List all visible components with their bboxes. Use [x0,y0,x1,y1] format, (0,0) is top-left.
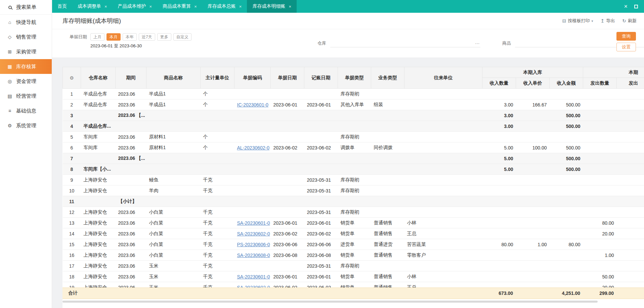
cell-qty_in: 3.00 [482,99,516,110]
cell-warehouse: 半成品仓库... [81,121,116,132]
table-row[interactable]: 72023.06 【...5.00500.00 [63,153,644,164]
close-icon[interactable]: × [624,3,628,9]
sidebar-item-label: 采购管理 [16,49,36,55]
warehouse-input[interactable] [330,40,474,47]
fullscreen-icon[interactable] [634,5,638,8]
col-header-product: 商品名称 [146,67,201,89]
table-row[interactable]: 10上海静安仓羊肉千克2023-05-31库存期初 [63,185,644,196]
cell-warehouse: 半成品仓库 [81,89,116,99]
sidebar-item-basic-info[interactable]: ≡ 基础信息 [0,103,52,118]
chip-this-month[interactable]: 本月 [106,33,121,41]
cell-doc_code: SA-20230601-0 [234,271,271,282]
cell-price_in [516,196,550,207]
doc-code-link[interactable]: SA-20230608-0 [237,253,270,258]
col-header-doc_date: 单据日期 [271,67,304,89]
tab-cost-recalculation[interactable]: 商品成本重算 × [157,0,202,13]
scrollbar-thumb[interactable] [62,301,598,303]
cell-price_out [617,121,644,132]
chip-this-year[interactable]: 本年 [123,33,137,41]
chip-custom[interactable]: 自定义 [173,33,191,41]
sidebar-search[interactable]: 搜索菜单 [0,0,52,15]
tab-close-icon[interactable]: × [104,4,107,9]
table-row[interactable]: 32023.06 【...3.00500.00 [63,110,644,121]
cell-period: 2023.06 [116,228,146,239]
table-row[interactable]: 13上海静安仓2023.06小白菜千克SA-20230601-02023-06-… [63,218,644,228]
sidebar-item-purchase[interactable]: ⊞ 采购管理 [0,44,52,59]
table-row[interactable]: 15上海静安仓2023.06小白菜千克PS-20230606-02023-06-… [63,239,644,250]
table-row[interactable]: 11【小计】 [63,196,644,207]
doc-code-link[interactable]: PS-20230606-0 [237,242,270,247]
warehouse-lookup-icon[interactable]: ⋯ [474,41,480,46]
cell-partner: 王总 [404,228,482,239]
cell-price_out [617,271,644,282]
cell-doc_date: 2023-06-02 [271,142,304,153]
cell-period [116,164,146,175]
sidebar-item-system[interactable]: ⚙ 系统管理 [0,118,52,133]
doc-code-link[interactable]: SA-20230601-0 [237,220,270,226]
doc-code-link[interactable]: SA-20230602-0 [237,285,270,288]
cell-period: 2023.06 [116,218,146,228]
tab-cost-adjustment[interactable]: 成本调整单 × [72,0,113,13]
sidebar-item-funds[interactable]: ◎ 资金管理 [0,74,52,89]
tab-close-icon[interactable]: × [149,4,152,9]
table-row[interactable]: 8车间库【小...5.00500.00 [63,164,644,175]
refresh-button[interactable]: ↻ 刷新 [622,18,637,24]
chip-more[interactable]: 更多 [157,33,171,41]
cell-doc_type: 销货单 [338,271,371,282]
table-row[interactable]: 1半成品仓库2023.06半成品1个库存期初 [63,89,644,99]
table-row[interactable]: 5车间库2023.06原材料1个库存期初 [63,132,644,142]
table-row[interactable]: 9上海静安仓鳗鱼千克2023-05-31库存期初 [63,175,644,185]
tab-inventory-cost-detail[interactable]: 库存成本明细账 × [247,0,297,13]
query-button[interactable]: 查询 [616,32,636,41]
cell-product: 玉米 [146,271,201,282]
cell-book_date: 2023-06-02 [304,228,338,239]
cell-qty_in [482,282,516,288]
table-row[interactable]: 4半成品仓库...3.00500.00 [63,121,644,132]
col-header-num: ⚙ [63,67,81,89]
sidebar-item-quick-nav[interactable]: ⌂ 快捷导航 [0,15,52,30]
table-row[interactable]: 12上海静安仓2023.06小白菜千克2023-05-31库存期初 [63,207,644,218]
cell-num: 5 [63,132,81,142]
tag-icon: ◇ [7,34,13,40]
tab-home[interactable]: 首页 [52,0,72,13]
cell-price_in [516,89,550,99]
doc-code-link[interactable]: AL-20230602-0 [237,145,270,150]
tab-close-icon[interactable]: × [239,4,242,9]
tab-product-cost-maintenance[interactable]: 产品成本维护 × [113,0,158,13]
cell-doc_type [338,121,371,132]
cell-amount_in [550,250,583,261]
table-row[interactable]: 17上海静安仓2023.06玉米千克2023-05-31库存期初 [63,261,644,271]
tab-close-icon[interactable]: × [194,4,197,9]
cell-doc_code [234,164,271,175]
doc-code-link[interactable]: IC-20230601-0 [237,102,268,107]
table-row[interactable]: 6车间库2023.06原材料1个AL-20230602-02023-06-022… [63,142,644,153]
cell-price_in [516,175,550,185]
chip-last-month[interactable]: 上月 [90,33,104,41]
cell-price_in [516,250,550,261]
summary-table: 合计673.004,251.00299.00 [62,288,644,299]
sidebar-item-operations[interactable]: ▤ 经营管理 [0,89,52,103]
sidebar-item-sales[interactable]: ◇ 销售管理 [0,30,52,44]
settings-button[interactable]: 设置 [616,43,636,51]
tab-close-icon[interactable]: × [289,4,291,9]
doc-code-link[interactable]: SA-20230602-0 [237,231,270,236]
table-row[interactable]: 19上海静安仓2023.06玉米千克SA-20230602-02023-06-0… [63,282,644,288]
print-by-template-button[interactable]: ⊟ 按模板打印 ▾ [562,18,593,24]
tab-inventory-cost-ledger[interactable]: 库存成本总账 × [202,0,247,13]
cell-biz_type: 普通销售 [371,228,404,239]
date-filter: 单据日期 上月 本月 本年 近7天 更多 [70,33,191,49]
tab-label: 库存成本总账 [208,3,236,9]
cell-price_in [516,110,550,121]
table-row[interactable]: 14上海静安仓2023.06小白菜千克SA-20230602-02023-06-… [63,228,644,239]
sidebar-nav: ⌂ 快捷导航 ◇ 销售管理 ⊞ 采购管理 ▦ 库存核算 [0,15,52,133]
column-settings-gear-icon[interactable]: ⚙ [70,75,74,81]
sidebar-item-inventory-accounting[interactable]: ▦ 库存核算 [0,59,52,74]
doc-code-link[interactable]: SA-20230601-0 [237,274,270,279]
cell-partner [404,164,482,175]
table-row[interactable]: 2半成品仓库2023.06半成品1个IC-20230601-02023-06-0… [63,99,644,110]
table-row[interactable]: 18上海静安仓2023.06玉米千克SA-20230601-02023-06-0… [63,271,644,282]
chip-last-7-days[interactable]: 近7天 [139,33,155,41]
export-button[interactable]: ↥ 导出 [601,18,615,24]
table-row[interactable]: 16上海静安仓2023.06小白菜千克SA-20230608-02023-06-… [63,250,644,261]
horizontal-scrollbar[interactable] [62,300,644,303]
